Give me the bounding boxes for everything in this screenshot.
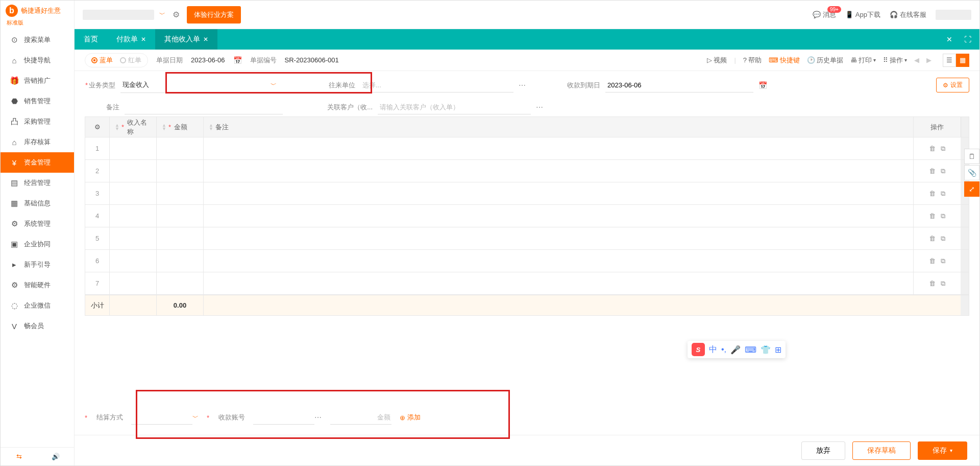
cell-remark[interactable] bbox=[204, 182, 914, 204]
calendar-icon[interactable]: 📅 bbox=[758, 81, 767, 89]
col-amount[interactable]: ▲▼*金额 bbox=[157, 117, 204, 137]
view-form-button[interactable]: ▦ bbox=[956, 54, 969, 67]
cell-remark[interactable] bbox=[204, 137, 914, 159]
biz-type-select[interactable]: 现金收入 ﹀ bbox=[120, 77, 279, 93]
cell-amount[interactable] bbox=[157, 160, 204, 182]
prev-doc-button[interactable]: ◀ bbox=[914, 56, 919, 64]
cell-income-name[interactable] bbox=[110, 272, 157, 294]
cell-income-name[interactable] bbox=[110, 182, 157, 204]
table-row[interactable]: 1🗑⧉ bbox=[85, 137, 969, 160]
user-avatar[interactable] bbox=[936, 10, 971, 20]
messages-link[interactable]: 💬 消息 99+ bbox=[813, 10, 836, 19]
radio-red[interactable]: 红单 bbox=[120, 56, 141, 65]
delete-icon[interactable]: 🗑 bbox=[929, 145, 936, 152]
more-icon[interactable]: ⋯ bbox=[519, 81, 526, 89]
delete-icon[interactable]: 🗑 bbox=[929, 212, 936, 220]
cell-amount[interactable] bbox=[157, 250, 204, 272]
customer-service-link[interactable]: 🎧 在线客服 bbox=[890, 10, 926, 19]
cell-income-name[interactable] bbox=[110, 227, 157, 249]
grid-settings-button[interactable]: ⚙ bbox=[85, 117, 110, 137]
table-row[interactable]: 3🗑⧉ bbox=[85, 182, 969, 205]
rail-expand-button[interactable]: ⤢ bbox=[964, 181, 979, 197]
cell-income-name[interactable] bbox=[110, 250, 157, 272]
sidebar-item-5[interactable]: ⌂库存核算 bbox=[1, 132, 74, 152]
view-list-button[interactable]: ☰ bbox=[943, 54, 956, 67]
sidebar-item-3[interactable]: ⬣销售管理 bbox=[1, 91, 74, 111]
remark-input[interactable] bbox=[125, 100, 283, 114]
table-row[interactable]: 5🗑⧉ bbox=[85, 227, 969, 250]
copy-icon[interactable]: ⧉ bbox=[941, 257, 945, 265]
close-icon[interactable]: ✕ bbox=[203, 36, 208, 43]
copy-icon[interactable]: ⧉ bbox=[941, 279, 945, 288]
col-remark[interactable]: ▲▼备注 bbox=[204, 117, 914, 137]
cell-income-name[interactable] bbox=[110, 137, 157, 159]
history-action[interactable]: 🕑历史单据 bbox=[807, 56, 843, 65]
tab-0[interactable]: 首页 bbox=[75, 29, 107, 50]
sidebar-item-9[interactable]: ⚙系统管理 bbox=[1, 214, 74, 234]
cell-amount[interactable] bbox=[157, 205, 204, 227]
cell-remark[interactable] bbox=[204, 272, 914, 294]
cell-amount[interactable] bbox=[157, 137, 204, 159]
save-draft-button[interactable]: 保存草稿 bbox=[852, 441, 911, 460]
cta-button[interactable]: 体验行业方案 bbox=[187, 6, 241, 24]
settings-button[interactable]: ⚙设置 bbox=[936, 78, 969, 92]
date-value[interactable]: 2023-06-06 bbox=[191, 56, 225, 64]
discard-button[interactable]: 放弃 bbox=[801, 441, 845, 460]
sidebar-item-4[interactable]: 凸采购管理 bbox=[1, 111, 74, 132]
sidebar-item-12[interactable]: ⚙智能硬件 bbox=[1, 275, 74, 295]
settle-mode-input[interactable] bbox=[131, 410, 192, 425]
cell-income-name[interactable] bbox=[110, 205, 157, 227]
ime-keyboard-icon[interactable]: ⌨ bbox=[745, 345, 756, 355]
sidebar-item-14[interactable]: V畅会员 bbox=[1, 316, 74, 336]
grid-scrollbar[interactable] bbox=[961, 117, 969, 137]
copy-icon[interactable]: ⧉ bbox=[941, 235, 945, 243]
video-action[interactable]: ▷视频 bbox=[707, 56, 727, 65]
radio-blue[interactable]: 蓝单 bbox=[91, 56, 113, 65]
delete-icon[interactable]: 🗑 bbox=[929, 167, 936, 175]
sidebar-collapse-btn[interactable]: ⇆ bbox=[1, 448, 37, 465]
ime-lang-label[interactable]: 中 bbox=[709, 344, 717, 355]
tab-2[interactable]: 其他收入单✕ bbox=[155, 29, 217, 50]
cell-amount[interactable] bbox=[157, 227, 204, 249]
sidebar-item-6[interactable]: ¥资金管理 bbox=[1, 152, 74, 173]
calendar-icon[interactable]: 📅 bbox=[233, 56, 242, 64]
more-icon[interactable]: ⋯ bbox=[536, 103, 544, 111]
delete-icon[interactable]: 🗑 bbox=[929, 235, 936, 242]
copy-icon[interactable]: ⧉ bbox=[941, 167, 945, 175]
rail-attach-button[interactable]: 📎 bbox=[964, 165, 979, 180]
table-row[interactable]: 4🗑⧉ bbox=[85, 205, 969, 227]
ime-skin-icon[interactable]: 👕 bbox=[761, 345, 771, 355]
sidebar-item-11[interactable]: ▸新手引导 bbox=[1, 254, 74, 275]
next-doc-button[interactable]: ▶ bbox=[926, 56, 932, 64]
copy-icon[interactable]: ⧉ bbox=[941, 190, 945, 198]
sidebar-item-2[interactable]: 🎁营销推广 bbox=[1, 71, 74, 91]
cell-income-name[interactable] bbox=[110, 160, 157, 182]
sidebar-item-7[interactable]: ▤经营管理 bbox=[1, 173, 74, 193]
partner-input[interactable] bbox=[360, 78, 513, 92]
due-date-input[interactable] bbox=[605, 78, 753, 92]
tab-1[interactable]: 付款单✕ bbox=[107, 29, 155, 50]
sidebar-sound-btn[interactable]: 🔊 bbox=[37, 448, 74, 465]
sidebar-item-10[interactable]: ▣企业协同 bbox=[1, 234, 74, 254]
sidebar-item-1[interactable]: ⌂快捷导航 bbox=[1, 50, 74, 71]
cell-amount[interactable] bbox=[157, 272, 204, 294]
related-customer-input[interactable] bbox=[378, 100, 531, 114]
sidebar-item-8[interactable]: ▦基础信息 bbox=[1, 193, 74, 214]
delete-icon[interactable]: 🗑 bbox=[929, 279, 936, 287]
tab-fullscreen-button[interactable]: ⛶ bbox=[961, 33, 974, 46]
copy-icon[interactable]: ⧉ bbox=[941, 212, 945, 220]
table-row[interactable]: 7🗑⧉ bbox=[85, 272, 969, 295]
app-download-link[interactable]: 📱 App下载 bbox=[845, 10, 880, 19]
settle-amount-input[interactable] bbox=[330, 410, 391, 425]
table-row[interactable]: 2🗑⧉ bbox=[85, 160, 969, 182]
table-row[interactable]: 6🗑⧉ bbox=[85, 250, 969, 272]
more-icon[interactable]: ⋯ bbox=[314, 413, 322, 422]
ime-mic-icon[interactable]: 🎤 bbox=[730, 345, 741, 355]
print-action[interactable]: 🖶打印▾ bbox=[850, 56, 876, 65]
save-button[interactable]: 保存▾ bbox=[918, 441, 967, 460]
help-action[interactable]: ?帮助 bbox=[743, 56, 762, 65]
ops-action[interactable]: ⠿操作▾ bbox=[883, 56, 907, 65]
close-icon[interactable]: ✕ bbox=[141, 36, 146, 43]
add-settlement-button[interactable]: ⊕添加 bbox=[400, 413, 421, 422]
org-selector[interactable]: ﹀ bbox=[83, 10, 165, 20]
